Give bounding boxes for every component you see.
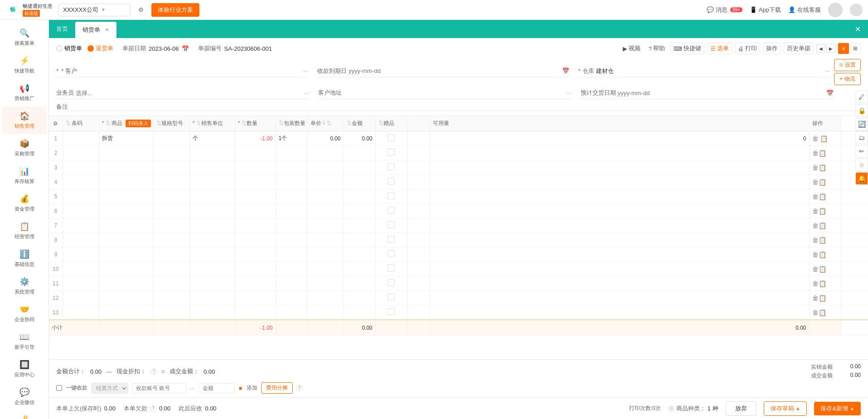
online-service-button[interactable]: 👤 在线客服 xyxy=(788,6,821,14)
address-input[interactable] xyxy=(344,90,564,96)
select-order-action[interactable]: ☰ 选单 xyxy=(707,43,732,54)
app-download-button[interactable]: 📱 App下载 xyxy=(750,6,781,14)
salesperson-input[interactable] xyxy=(76,90,302,96)
delete-row-5-icon[interactable]: 🗑 xyxy=(812,193,819,200)
expected-date-calendar-icon[interactable]: 📅 xyxy=(826,90,834,96)
copy-row-7-icon[interactable]: 📋 xyxy=(819,222,826,229)
right-tool-star-icon[interactable]: ☆ xyxy=(855,159,868,171)
gift-checkbox-3[interactable] xyxy=(388,163,395,170)
sort-icon-product[interactable]: ⇅ xyxy=(106,120,111,126)
sort-icon-pack[interactable]: ⇅ xyxy=(279,120,284,126)
avatar[interactable] xyxy=(828,3,843,17)
sort-icon-amount[interactable]: ⇅ xyxy=(347,120,352,126)
delete-row-6-icon[interactable]: 🗑 xyxy=(812,207,819,215)
expense-split-button[interactable]: 费用分摊 xyxy=(261,382,293,394)
operate-action[interactable]: 操作 xyxy=(763,43,781,54)
delete-row-9-icon[interactable]: 🗑 xyxy=(812,251,819,258)
radio-return-order[interactable]: 退货单 xyxy=(87,44,113,53)
sort-icon-qty[interactable]: ⇅ xyxy=(242,120,247,126)
gift-checkbox-6[interactable] xyxy=(388,207,395,214)
delete-row-10-icon[interactable]: 🗑 xyxy=(812,265,819,273)
sidebar-item-operations[interactable]: 📋 经营管理 xyxy=(0,217,48,245)
grid-view-btn[interactable]: ⊞ xyxy=(850,43,861,54)
next-record-btn[interactable]: ▶ xyxy=(826,44,835,53)
help-tooltip-icon[interactable]: ? xyxy=(150,368,157,375)
gift-checkbox-2[interactable] xyxy=(388,149,395,156)
right-tool-edit-icon[interactable]: 🖊 xyxy=(855,91,868,103)
settings-icon[interactable]: ⚙ xyxy=(134,3,148,17)
due-date-calendar-icon[interactable]: 📅 xyxy=(562,67,569,74)
gift-checkbox-13[interactable] xyxy=(388,308,395,315)
copy-row-1-icon[interactable]: 📋 xyxy=(820,135,828,142)
delete-row-3-icon[interactable]: 🗑 xyxy=(812,164,819,171)
delete-row-12-icon[interactable]: 🗑 xyxy=(812,294,819,302)
delete-row-2-icon[interactable]: 🗑 xyxy=(812,149,819,157)
copy-row-10-icon[interactable]: 📋 xyxy=(819,265,826,273)
expense-help-icon[interactable]: ? xyxy=(296,385,303,391)
scan-button[interactable]: 扫码录入 xyxy=(126,120,151,127)
copy-row-6-icon[interactable]: 📋 xyxy=(819,207,826,215)
gift-checkbox-9[interactable] xyxy=(388,250,395,257)
remark-input[interactable] xyxy=(71,103,861,111)
message-button[interactable]: 💬 消息 99+ xyxy=(707,6,742,14)
list-view-btn[interactable]: ≡ xyxy=(838,43,849,54)
right-tool-folder-icon[interactable]: 🗂 xyxy=(855,131,868,144)
row-gift-1[interactable] xyxy=(375,131,407,146)
gift-checkbox-7[interactable] xyxy=(388,221,395,228)
delete-row-13-icon[interactable]: 🗑 xyxy=(812,309,819,316)
account-input[interactable] xyxy=(132,383,186,393)
due-date-input[interactable] xyxy=(349,67,560,74)
right-tool-refresh-icon[interactable]: 🔄 xyxy=(855,118,868,130)
sidebar-item-search[interactable]: 🔍 搜索菜单 xyxy=(0,24,48,51)
gift-checkbox-1[interactable] xyxy=(388,134,395,141)
sidebar-item-finance[interactable]: 💰 资金管理 xyxy=(0,189,48,217)
sidebar-item-quick-nav[interactable]: ⚡ 快捷导航 xyxy=(0,51,48,79)
th-gear[interactable]: ⚙ xyxy=(49,116,63,131)
copy-row-2-icon[interactable]: 📋 xyxy=(819,149,826,157)
sidebar-item-purchase[interactable]: 📦 采购管理 xyxy=(0,134,48,162)
sidebar-item-appstore[interactable]: 🔲 应用中心 xyxy=(0,355,48,383)
delete-row-1-icon[interactable]: 🗑 xyxy=(812,135,819,142)
tab-bar-close-icon[interactable]: ✕ xyxy=(851,25,864,33)
row-unit-1[interactable]: 个 xyxy=(189,131,235,146)
sidebar-item-guide[interactable]: 📖 新手引导 xyxy=(0,327,48,355)
tab-sales-order[interactable]: 销货单 ✕ xyxy=(75,22,116,38)
shortcut-action[interactable]: ⌨ 快捷键 xyxy=(670,43,704,54)
delete-row-7-icon[interactable]: 🗑 xyxy=(812,222,819,229)
history-action[interactable]: 历史单据 xyxy=(784,43,814,54)
company-selector[interactable]: XXXXXX公司 ▼ xyxy=(58,4,131,16)
one-click-payment-checkbox[interactable] xyxy=(56,385,62,391)
video-action[interactable]: ▶ 视频 xyxy=(620,43,643,54)
row-pack-qty-1[interactable]: 1个 xyxy=(276,131,307,146)
discard-button[interactable]: 放弃 xyxy=(726,401,756,416)
sidebar-item-sales[interactable]: 🏠 销售管理 xyxy=(2,106,47,134)
row-product-1[interactable]: 拆货 xyxy=(99,131,153,146)
gift-checkbox-5[interactable] xyxy=(388,192,395,199)
print-action[interactable]: 🖨 打印 xyxy=(735,43,760,54)
sort-icon-gift[interactable]: ⇅ xyxy=(378,120,383,126)
warehouse-dots[interactable]: ··· xyxy=(825,67,830,74)
help-action[interactable]: ? 帮助 xyxy=(646,43,668,54)
right-tool-pencil-icon[interactable]: ✏ xyxy=(855,145,868,158)
sort-icon-spec[interactable]: ⇅ xyxy=(156,120,161,126)
copy-row-4-icon[interactable]: 📋 xyxy=(819,178,826,186)
trial-button[interactable]: 体验行业方案 xyxy=(151,3,199,17)
save-draft-button[interactable]: 保存草稿 ▲ xyxy=(764,401,807,416)
expected-date-input[interactable] xyxy=(618,90,824,96)
copy-row-8-icon[interactable]: 📋 xyxy=(819,236,826,244)
sidebar-item-system[interactable]: ⚙️ 系统管理 xyxy=(0,272,48,300)
gift-checkbox-10[interactable] xyxy=(388,265,395,272)
payment-amount-input[interactable] xyxy=(199,383,235,393)
tab-home[interactable]: 首页 xyxy=(49,20,75,38)
avatar-2[interactable] xyxy=(850,4,863,16)
add-icon[interactable]: ● xyxy=(238,384,243,392)
save-new-button[interactable]: 保存&新增 ▲ xyxy=(814,402,861,415)
product-types-icon[interactable]: ⊙ xyxy=(668,405,674,412)
this-order-owe-icon[interactable]: ? xyxy=(150,405,156,412)
right-tool-lock-icon[interactable]: 🔒 xyxy=(855,104,868,117)
sort-icon-unit[interactable]: ⇅ xyxy=(196,120,201,126)
copy-row-11-icon[interactable]: 📋 xyxy=(819,280,826,287)
prev-record-btn[interactable]: ◀ xyxy=(816,44,825,53)
salesperson-dots[interactable]: ··· xyxy=(304,90,309,96)
tab-close-icon[interactable]: ✕ xyxy=(105,27,109,33)
